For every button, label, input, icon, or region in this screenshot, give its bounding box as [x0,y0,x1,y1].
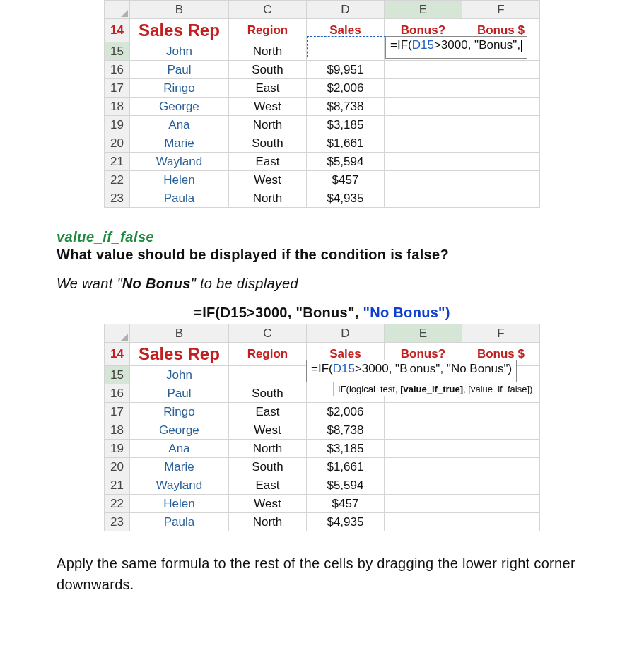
rowhdr-15[interactable]: 15 [105,42,130,61]
cell-C21[interactable]: East [228,153,306,171]
cell-D23[interactable]: $4,935 [306,513,384,531]
cell-E16[interactable] [384,61,462,79]
cell-D18[interactable]: $8,738 [306,98,384,116]
rowhdr-19[interactable]: 19 [105,440,130,458]
cell-E20[interactable] [384,134,462,153]
cell-E18[interactable] [384,421,462,440]
cell-B19[interactable]: Ana [129,116,228,134]
cell-D19[interactable]: $3,185 [306,440,384,458]
cell-C22[interactable]: West [228,171,306,189]
colhdr-B[interactable]: B [129,1,228,19]
cell-B17[interactable]: Ringo [129,403,228,421]
cell-B21[interactable]: Wayland [129,476,228,495]
cell-C18[interactable]: West [228,98,306,116]
cell-C17[interactable]: East [228,79,306,98]
cell-D21[interactable]: $5,594 [306,153,384,171]
cell-E23[interactable] [384,513,462,531]
rowhdr-22[interactable]: 22 [105,171,130,189]
cell-B15[interactable]: John [129,366,228,384]
hdr-region[interactable]: Region [228,19,306,42]
cell-F16[interactable] [462,61,539,79]
cell-F20[interactable] [462,134,539,153]
cell-B15[interactable]: John [129,42,228,61]
rowhdr-23[interactable]: 23 [105,189,130,208]
cell-E23[interactable] [384,189,462,208]
cell-B16[interactable]: Paul [129,61,228,79]
cell-D20[interactable]: $1,661 [306,134,384,153]
cell-D22[interactable]: $457 [306,495,384,513]
colhdr-F[interactable]: F [462,1,539,19]
hdr-sales[interactable]: Sales [306,19,384,42]
colhdr-E[interactable]: E [384,1,462,19]
cell-D22[interactable]: $457 [306,171,384,189]
cell-B22[interactable]: Helen [129,171,228,189]
cell-B17[interactable]: Ringo [129,79,228,98]
hdr-region[interactable]: Region [228,343,306,366]
cell-C20[interactable]: South [228,134,306,153]
cell-E17[interactable] [384,79,462,98]
cell-F19[interactable] [462,440,539,458]
select-all-corner[interactable] [105,324,130,343]
cell-C18[interactable]: West [228,421,306,440]
cell-D23[interactable]: $4,935 [306,189,384,208]
cell-C22[interactable]: West [228,495,306,513]
rowhdr-22[interactable]: 22 [105,495,130,513]
rowhdr-14[interactable]: 14 [105,343,130,366]
cell-C23[interactable]: North [228,513,306,531]
cell-D19[interactable]: $3,185 [306,116,384,134]
rowhdr-18[interactable]: 18 [105,98,130,116]
cell-B18[interactable]: George [129,98,228,116]
cell-F21[interactable] [462,153,539,171]
cell-B21[interactable]: Wayland [129,153,228,171]
rowhdr-19[interactable]: 19 [105,116,130,134]
rowhdr-21[interactable]: 21 [105,476,130,495]
cell-C15[interactable]: North [228,42,306,61]
cell-D20[interactable]: $1,661 [306,458,384,476]
rowhdr-17[interactable]: 17 [105,403,130,421]
rowhdr-18[interactable]: 18 [105,421,130,440]
cell-B23[interactable]: Paula [129,189,228,208]
cell-F22[interactable] [462,171,539,189]
cell-D21[interactable]: $5,594 [306,476,384,495]
hdr-sales-rep[interactable]: Sales Rep [129,19,228,42]
cell-F17[interactable] [462,403,539,421]
spreadsheet-2[interactable]: B C D E F 14 Sales Rep Region Sales Bonu… [104,324,540,531]
cell-B18[interactable]: George [129,421,228,440]
cell-B19[interactable]: Ana [129,440,228,458]
cell-D16[interactable]: $9,951 [306,61,384,79]
cell-F17[interactable] [462,79,539,98]
select-all-corner[interactable] [105,1,130,19]
cell-D17[interactable]: $2,006 [306,403,384,421]
cell-C15[interactable] [228,366,306,384]
rowhdr-14[interactable]: 14 [105,19,130,42]
cell-F21[interactable] [462,476,539,495]
cell-E22[interactable] [384,495,462,513]
cell-B20[interactable]: Marie [129,458,228,476]
cell-F20[interactable] [462,458,539,476]
rowhdr-17[interactable]: 17 [105,79,130,98]
cell-E21[interactable] [384,476,462,495]
cell-B20[interactable]: Marie [129,134,228,153]
cell-E17[interactable] [384,403,462,421]
colhdr-D[interactable]: D [306,324,384,343]
formula-edit-2[interactable]: =IF(D15>3000, "Bonus", "No Bonus") [306,360,517,382]
colhdr-D[interactable]: D [306,1,384,19]
cell-F22[interactable] [462,495,539,513]
rowhdr-20[interactable]: 20 [105,134,130,153]
cell-B23[interactable]: Paula [129,513,228,531]
cell-B16[interactable]: Paul [129,384,228,403]
formula-edit-1[interactable]: =IF(D15>3000, "Bonus", [385,36,527,59]
cell-D18[interactable]: $8,738 [306,421,384,440]
colhdr-E[interactable]: E [384,324,462,343]
cell-E20[interactable] [384,458,462,476]
cell-E21[interactable] [384,153,462,171]
cell-F18[interactable] [462,421,539,440]
colhdr-C[interactable]: C [228,324,306,343]
cell-E22[interactable] [384,171,462,189]
rowhdr-20[interactable]: 20 [105,458,130,476]
cell-C16[interactable]: South [228,61,306,79]
cell-D15[interactable] [306,42,384,61]
rowhdr-21[interactable]: 21 [105,153,130,171]
spreadsheet-1[interactable]: B C D E F 14 Sales Rep Region Sales Bonu… [104,0,540,208]
cell-F23[interactable] [462,513,539,531]
